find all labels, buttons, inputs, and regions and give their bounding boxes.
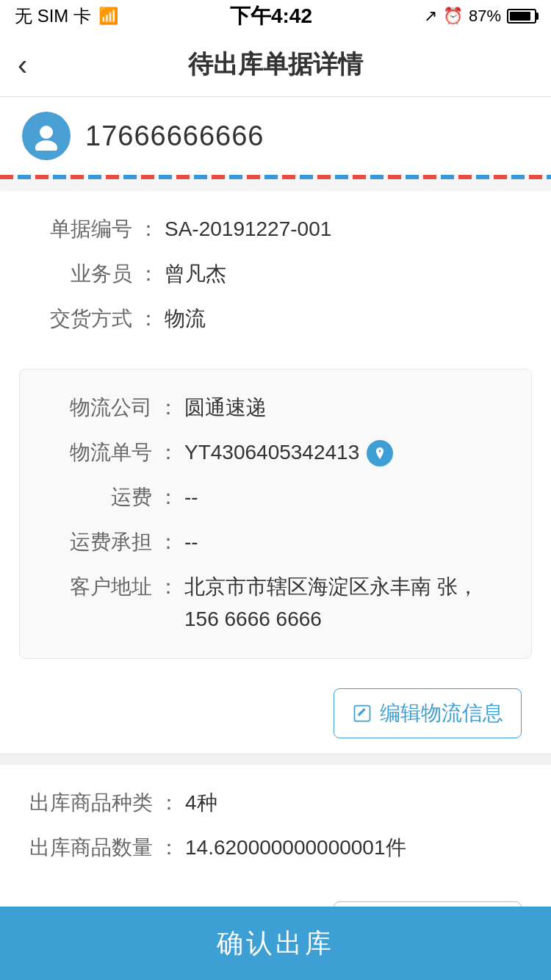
colon1: ： <box>138 213 159 246</box>
status-indicators: ↗ ⏰ 87% <box>424 7 536 26</box>
freight-row: 运费 ： -- <box>49 481 502 514</box>
goods-types-value: 4种 <box>185 787 522 820</box>
alarm-icon: ⏰ <box>443 7 463 26</box>
wifi-icon: 📶 <box>98 7 118 26</box>
back-button[interactable]: ‹ <box>18 50 27 79</box>
freight-value: -- <box>184 481 502 514</box>
user-phone: 17666666666 <box>85 120 264 152</box>
freight-bearer-value: -- <box>184 526 502 559</box>
user-header: 17666666666 <box>0 97 551 175</box>
colon2: ： <box>138 258 159 291</box>
edit-logistics-button[interactable]: 编辑物流信息 <box>334 688 522 738</box>
doc-number-label: 单据编号 <box>29 213 132 246</box>
freight-label: 运费 <box>49 481 152 514</box>
avatar-icon <box>32 121 61 151</box>
location-icon: ↗ <box>424 7 437 26</box>
salesperson-label: 业务员 <box>29 258 132 291</box>
delivery-method-label: 交货方式 <box>29 303 132 336</box>
goods-types-row: 出库商品种类 ： 4种 <box>29 787 522 820</box>
address-row: 客户地址 ： 北京市市辖区海淀区永丰南 张，156 6666 6666 <box>49 571 502 637</box>
svg-point-1 <box>35 140 57 151</box>
tracking-label: 物流单号 <box>49 436 152 469</box>
basic-info-section: 单据编号 ： SA-20191227-001 业务员 ： 曾凡杰 交货方式 ： … <box>0 191 551 357</box>
colon3: ： <box>138 303 159 336</box>
battery-icon <box>507 9 536 24</box>
page-title: 待出库单据详情 <box>188 48 363 82</box>
address-label: 客户地址 <box>49 571 152 604</box>
freight-bearer-label: 运费承担 <box>49 526 152 559</box>
tracking-value: YT43064053424​13 <box>184 436 502 469</box>
goods-stats-section: 出库商品种类 ： 4种 出库商品数量 ： 14.620000000000001件 <box>0 765 551 887</box>
doc-number-value: SA-20191227-001 <box>165 213 522 246</box>
goods-quantity-value: 14.620000000000001件 <box>185 832 522 865</box>
confirm-outbound-button[interactable]: 确认出库 <box>0 907 551 980</box>
carrier-text: 无 SIM 卡 <box>15 4 91 28</box>
delivery-method-value: 物流 <box>165 303 522 336</box>
goods-quantity-row: 出库商品数量 ： 14.620000000000001件 <box>29 832 522 865</box>
salesperson-value: 曾凡杰 <box>165 258 522 291</box>
logistics-company-label: 物流公司 <box>49 392 152 425</box>
logistics-company-value: 圆通速递 <box>184 392 502 425</box>
battery-text: 87% <box>469 7 501 26</box>
svg-point-0 <box>40 126 53 139</box>
goods-quantity-label: 出库商品数量 <box>29 832 153 865</box>
delivery-method-row: 交货方式 ： 物流 <box>29 303 522 336</box>
status-carrier: 无 SIM 卡 📶 <box>15 4 118 28</box>
salesperson-row: 业务员 ： 曾凡杰 <box>29 258 522 291</box>
goods-types-label: 出库商品种类 <box>29 787 153 820</box>
status-time: 下午4:42 <box>230 2 312 30</box>
confirm-outbound-label: 确认出库 <box>217 926 334 962</box>
location-pin-icon[interactable] <box>367 440 393 466</box>
freight-bearer-row: 运费承担 ： -- <box>49 526 502 559</box>
battery-fill <box>510 12 530 21</box>
avatar <box>22 112 71 160</box>
doc-number-row: 单据编号 ： SA-20191227-001 <box>29 213 522 246</box>
gray-separator <box>0 753 551 765</box>
nav-bar: ‹ 待出库单据详情 <box>0 32 551 97</box>
logistics-section: 物流公司 ： 圆通速递 物流单号 ： YT43064053424​13 运费 <box>19 369 532 659</box>
logistics-company-row: 物流公司 ： 圆通速递 <box>49 392 502 425</box>
address-value: 北京市市辖区海淀区永丰南 张，156 6666 6666 <box>184 571 502 637</box>
edit-btn-row: 编辑物流信息 <box>0 674 551 753</box>
edit-icon <box>352 703 372 724</box>
status-bar: 无 SIM 卡 📶 下午4:42 ↗ ⏰ 87% <box>0 0 551 32</box>
dashed-divider <box>0 175 551 179</box>
tracking-row: 物流单号 ： YT43064053424​13 <box>49 436 502 469</box>
